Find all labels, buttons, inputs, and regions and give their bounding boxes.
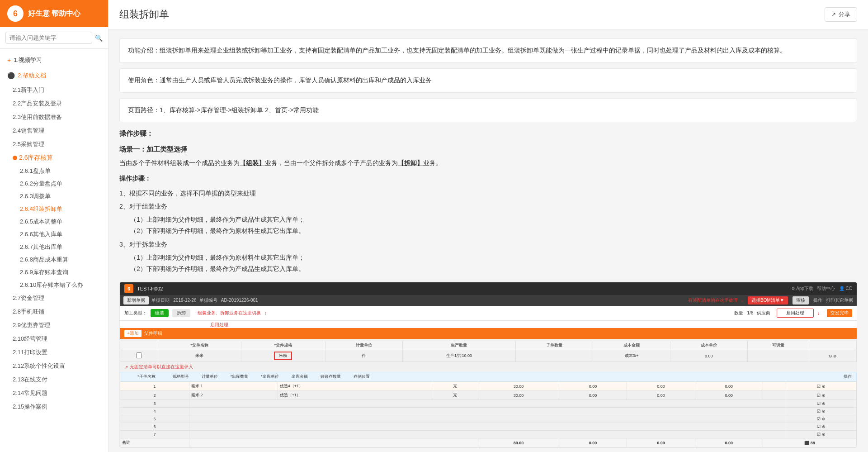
footer-label: 合计 bbox=[120, 438, 189, 447]
cell-price-out: 0.00 bbox=[559, 382, 627, 391]
footer-stk: 0.00 bbox=[695, 438, 763, 447]
sidebar-item-purchase[interactable]: 2.5采购管理 bbox=[13, 138, 108, 151]
qty-label: 数量 1/6 bbox=[734, 310, 753, 316]
cell-name2: 糯米 1 bbox=[189, 382, 278, 391]
sidebar-item-faq[interactable]: 2.14常见问题 bbox=[13, 386, 108, 400]
sidebar-item-transfer[interactable]: 2.6.3调拨单 bbox=[20, 190, 108, 203]
lower-table-area: ↗ 无固定清单可以直接在这里录入 *子件名称 规格型号 计量单位 *出库数量 *… bbox=[120, 362, 857, 447]
cell-stk3: 0.00 bbox=[695, 391, 763, 400]
cell-amt-out3: 0.00 bbox=[627, 391, 695, 400]
cell-unit-cost: 0.00 bbox=[670, 350, 747, 362]
footer-qty: 89.00 bbox=[478, 438, 559, 447]
col2-sku: 规格型号 bbox=[173, 374, 189, 380]
upper-table: *父件名称 *父件规格 计量单位 生产数量 子件数量 成本金额 成本单价 可调量 bbox=[120, 341, 857, 362]
sub-add-btn[interactable]: +添加 bbox=[124, 330, 142, 337]
sidebar-item-cost-recalc[interactable]: 2.6.8商品成本重算 bbox=[20, 253, 108, 266]
cell-loc2 bbox=[763, 382, 786, 391]
sidebar-item-sales[interactable]: 2.4销售管理 bbox=[13, 124, 108, 138]
sidebar-item-other-out[interactable]: 2.6.7其他出库单 bbox=[20, 241, 108, 253]
table-row: 6 ☑ ⊗ bbox=[120, 423, 857, 431]
sidebar-item-coupon[interactable]: 2.9优惠券管理 bbox=[13, 319, 108, 332]
sidebar-item-online-pay[interactable]: 2.13在线支付 bbox=[13, 373, 108, 386]
toolbar-order-no: 单据编号 AD-20191226-001 bbox=[199, 297, 258, 304]
sidebar-item-stock-ledger[interactable]: 2.6.9库存账本查询 bbox=[20, 266, 108, 279]
cell-empty5 bbox=[189, 415, 786, 423]
cell-name3: 糯米 2 bbox=[189, 391, 278, 400]
sidebar-item-newbie[interactable]: 2.1新手入门 bbox=[13, 83, 108, 97]
sidebar-item-finance[interactable]: 2.7资金管理 bbox=[13, 291, 108, 305]
cell-ops8: ☑ ⊗ bbox=[786, 431, 857, 438]
sidebar-item-mobile[interactable]: 2.8手机旺铺 bbox=[13, 305, 108, 319]
app-screenshot: 6 TEST-H002 ⚙ App下载 帮助中心 👤 CC 新增单据 单据日期 … bbox=[120, 282, 857, 447]
type-label: 加工类型： bbox=[124, 310, 147, 316]
mock-app: 6 TEST-H002 ⚙ App下载 帮助中心 👤 CC 新增单据 单据日期 … bbox=[120, 282, 857, 447]
annotation2-arrow: ↑ bbox=[264, 310, 267, 316]
app-toolbar: 新增单据 单据日期 2019-12-26 单据编号 AD-20191226-00… bbox=[120, 295, 857, 306]
table-row: 3 ☑ ⊗ bbox=[120, 400, 857, 408]
sidebar-item-cost-adj[interactable]: 2.6.5成本调整单 bbox=[20, 215, 108, 228]
sub-table-header: +添加 父件明细 bbox=[120, 328, 857, 339]
sidebar-item-personalize[interactable]: 2.12系统个性化设置 bbox=[13, 359, 108, 373]
step3-sub1: （1）上部明细为父件明细，最终作为原材料生成其它出库单； bbox=[130, 252, 857, 263]
cell-sku2: 优选4（+1） bbox=[278, 382, 432, 391]
step3-sub2: （2）下部明细为子件明细，最终作为产成品生成其它入库单。 bbox=[130, 263, 857, 275]
cell-no3: 2 bbox=[120, 391, 189, 400]
sidebar-item-operations[interactable]: 2.10经营管理 bbox=[13, 332, 108, 346]
step1: 1、根据不同的业务，选择不同单据的类型来处理 bbox=[119, 188, 857, 199]
sidebar-item-stocktake[interactable]: 2.6.1盘点单 bbox=[20, 165, 108, 177]
col2-check bbox=[125, 374, 134, 380]
scene1-desc: 当由多个子件材料组装成一个成品的业务为【组装】业务，当由一个父件拆分成多个子产品… bbox=[119, 157, 857, 169]
sidebar-item-label: 2.帮助文档 bbox=[18, 71, 46, 80]
search-input[interactable] bbox=[5, 32, 92, 44]
toolbar-approve: 审核 bbox=[793, 296, 809, 305]
sidebar-item-help-docs[interactable]: ⚫ 2.帮助文档 bbox=[0, 68, 108, 83]
sidebar-item-video[interactable]: + 1.视频学习 bbox=[0, 52, 108, 68]
cell-name: 米米 bbox=[158, 350, 241, 362]
sidebar-item-install[interactable]: 2.2产品安装及登录 bbox=[13, 97, 108, 110]
share-icon: ↗ bbox=[831, 11, 836, 18]
col2-ops: 操作 bbox=[844, 374, 852, 380]
app-logo: 6 bbox=[124, 284, 133, 293]
sub-desc: 父件明细 bbox=[144, 330, 162, 337]
col-unit-cost: 成本单价 bbox=[670, 341, 747, 350]
screenshot-container: 6 TEST-H002 ⚙ App下载 帮助中心 👤 CC 新增单据 单据日期 … bbox=[119, 282, 857, 448]
search-icon[interactable]: 🔍 bbox=[95, 34, 103, 42]
step3: 3、对于拆装业务 bbox=[119, 239, 857, 250]
sidebar-item-other-in[interactable]: 2.6.6其他入库单 bbox=[20, 228, 108, 241]
path-desc-text: 页面路径：1、库存核算->库存管理->组装拆卸单 2、首页->常用功能 bbox=[128, 106, 319, 114]
sidebar-item-assemble-disassemble[interactable]: 2.6.4组装拆卸单 bbox=[20, 203, 108, 215]
tab-disassembly[interactable]: 拆卸 bbox=[172, 309, 190, 317]
col2-qty1: *出库数量 bbox=[231, 374, 249, 380]
confirm-btn[interactable]: 交发完毕 bbox=[827, 309, 852, 317]
col-ops bbox=[809, 341, 857, 350]
cell-qty-out: 30.00 bbox=[478, 382, 559, 391]
annotation2: 组装业务、拆卸业务在这里切换 bbox=[198, 310, 261, 316]
cell-ops7: ☑ ⊗ bbox=[786, 423, 857, 431]
cell-avail bbox=[747, 350, 809, 362]
sidebar-item-data-prep[interactable]: 2.3使用前数据准备 bbox=[13, 110, 108, 124]
sidebar-item-partial-stock[interactable]: 2.6.2分量盘点单 bbox=[20, 177, 108, 190]
sidebar-item-inventory[interactable]: 2.6库存核算 bbox=[13, 151, 108, 165]
cell-ops2: ☑ ⊗ bbox=[786, 382, 857, 391]
toolbar-annotation1: 有装配清单的在这里处理 bbox=[688, 297, 738, 304]
cell-no4: 3 bbox=[120, 400, 189, 408]
page-title: 组装拆卸单 bbox=[119, 8, 169, 21]
cell-no: 1 bbox=[120, 382, 189, 391]
sidebar-search-bar: 🔍 bbox=[0, 27, 108, 49]
col2-unit: 计量单位 bbox=[202, 374, 218, 380]
table-row: 4 ☑ ⊗ bbox=[120, 408, 857, 415]
row-checkbox[interactable] bbox=[136, 352, 142, 358]
supplier-label: 供应商 bbox=[757, 310, 773, 316]
tab-assembly[interactable]: 组装 bbox=[151, 309, 169, 317]
cell-no6: 5 bbox=[120, 415, 189, 423]
share-button[interactable]: ↗ 分享 bbox=[825, 7, 857, 22]
supplier-input[interactable]: 启用处理 bbox=[777, 309, 814, 318]
cell-qty-out3: 30.00 bbox=[478, 391, 559, 400]
sidebar-item-cases[interactable]: 2.15操作案例 bbox=[13, 400, 108, 414]
main-content-area: 组装拆卸单 ↗ 分享 功能介绍：组装拆卸单用来处理企业组装或拆卸等加工业务，支持… bbox=[108, 0, 868, 452]
cell-check bbox=[120, 350, 158, 362]
sidebar-item-print[interactable]: 2.11打印设置 bbox=[13, 346, 108, 359]
role-desc-text: 使用角色：通常由生产人员或库管人员完成拆装业务的操作，库管人员确认原材料的出库和… bbox=[128, 76, 432, 84]
toolbar-select-bom: 选择BOM清单▼ bbox=[748, 296, 788, 305]
sidebar-item-stock-ledger-fix[interactable]: 2.6.10库存账本错了么办 bbox=[20, 279, 108, 291]
